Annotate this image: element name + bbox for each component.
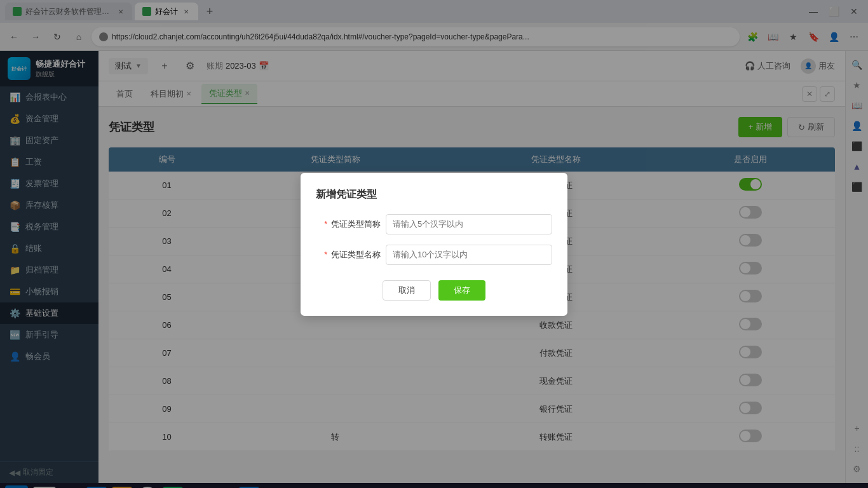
name-form-row: * 凭证类型名称 — [316, 245, 552, 265]
name-input[interactable] — [386, 245, 552, 265]
name-required-mark: * — [324, 250, 327, 259]
add-voucher-modal: 新增凭证类型 * 凭证类型简称 * 凭证类型名称 取消 保存 — [301, 173, 567, 316]
modal-title: 新增凭证类型 — [316, 188, 552, 201]
cancel-button[interactable]: 取消 — [383, 280, 431, 301]
name-label: * 凭证类型名称 — [316, 249, 386, 261]
abbr-label: * 凭证类型简称 — [316, 219, 386, 230]
abbr-form-row: * 凭证类型简称 — [316, 214, 552, 234]
modal-overlay: 新增凭证类型 * 凭证类型简称 * 凭证类型名称 取消 保存 — [0, 0, 868, 488]
abbr-input[interactable] — [386, 214, 552, 234]
save-button[interactable]: 保存 — [438, 280, 485, 301]
modal-footer: 取消 保存 — [316, 280, 552, 301]
abbr-required-mark: * — [324, 219, 327, 229]
